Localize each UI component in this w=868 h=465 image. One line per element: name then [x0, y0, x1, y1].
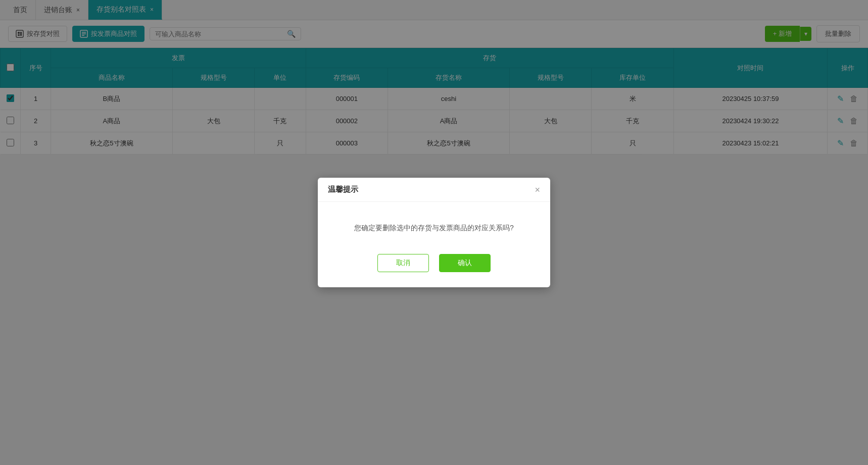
modal-overlay: 温馨提示 × 您确定要删除选中的存货与发票商品的对应关系吗? 取消 确认: [0, 0, 868, 154]
